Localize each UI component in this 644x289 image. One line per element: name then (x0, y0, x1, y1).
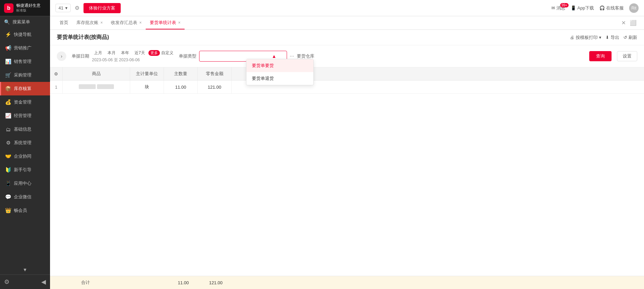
sidebar-item-inventory[interactable]: 📦 库存核算 (0, 82, 50, 95)
dropdown-item-order-return[interactable]: 要货单退货 (246, 72, 313, 85)
sidebar-item-purchase[interactable]: 🛒 采购管理 (0, 68, 50, 82)
print-template-btn[interactable]: 🖨 按模板打印 ▾ (570, 35, 601, 41)
sidebar-item-label: 营销推广 (14, 45, 31, 51)
table-row: 1 块 11.00 121.00 (50, 81, 644, 94)
app-download-btn[interactable]: 📱 App下载 (571, 5, 594, 11)
collapse-icon[interactable]: ◀ (41, 278, 46, 286)
sidebar-scroll-down[interactable]: ▼ (0, 265, 50, 274)
print-chevron-icon: ▾ (599, 35, 601, 40)
sidebar-item-base[interactable]: 🗂 基础信息 (0, 123, 50, 136)
gear-icon[interactable]: ⚙ (75, 5, 79, 11)
print-template-label: 按模板打印 (576, 35, 598, 41)
data-table: ⚙ 商品 主计量单位 主数量 零售金额 1 (50, 67, 644, 94)
marketing-icon: 📢 (5, 45, 11, 51)
goods-placeholder-2 (97, 84, 114, 89)
query-btn[interactable]: 查询 (589, 51, 612, 61)
col-settings[interactable]: ⚙ (50, 67, 63, 81)
trial-btn[interactable]: 体验行业方案 (84, 3, 121, 13)
selector-arrow-icon: ▾ (65, 5, 68, 10)
refresh-icon: ↺ (623, 35, 627, 40)
date-this-month[interactable]: 本月 (105, 49, 118, 57)
tab-inventory-batch-close[interactable]: × (100, 20, 103, 25)
close-all-tabs[interactable]: ✕ (619, 20, 628, 26)
filter-bar: › 单据日期 上月 本月 本年 近7天 更多 自定义 2023-05-06 至 … (50, 45, 644, 67)
tab-receive-summary[interactable]: 收发存汇总表 × (107, 16, 146, 29)
col-amount: 零售金额 (198, 67, 232, 81)
sidebar-item-vip[interactable]: 👑 畅会员 (0, 204, 50, 217)
sidebar-footer: ⚙ ◀ (0, 274, 50, 289)
date-more-btn[interactable]: 更多 (148, 50, 160, 56)
sidebar-menu: ⚡ 快捷导航 📢 营销推广 📊 销售管理 🛒 采购管理 📦 库存核算 💰 资金管… (0, 28, 50, 265)
purchase-icon: 🛒 (5, 72, 11, 78)
row-amount: 121.00 (198, 81, 232, 94)
search-menu-label: 搜索菜单 (13, 19, 30, 25)
tab-inventory-batch-label: 库存批次账 (76, 20, 98, 26)
date-filter-group: 单据日期 上月 本月 本年 近7天 更多 自定义 2023-05-06 至 20… (72, 49, 173, 63)
sidebar-item-label: 畅会员 (14, 207, 27, 214)
company-selector[interactable]: 41 ▾ (55, 4, 71, 12)
date-7days[interactable]: 近7天 (133, 49, 147, 57)
sidebar-item-label: 资金管理 (14, 99, 31, 105)
company-value: 41 (58, 5, 63, 10)
date-label: 单据日期 (72, 53, 89, 59)
sidebar-item-label: 企业微信 (14, 194, 31, 200)
main-area: 41 ▾ ⚙ 体验行业方案 ✉ 消息 99+ 📱 App下载 🎧 在线客服 Ri… (50, 0, 644, 289)
logo-text: 畅捷通好生意 标准版 (16, 3, 41, 13)
sidebar-item-app-center[interactable]: 📱 应用中心 (0, 177, 50, 190)
settings-icon[interactable]: ⚙ (4, 278, 9, 286)
sidebar-item-wechat[interactable]: 💬 企业微信 (0, 190, 50, 204)
export-btn[interactable]: ⬇ 导出 (605, 35, 619, 41)
sidebar-item-system[interactable]: ⚙ 系统管理 (0, 136, 50, 150)
date-this-year[interactable]: 本年 (119, 49, 131, 57)
tab-inventory-batch[interactable]: 库存批次账 × (72, 16, 107, 29)
messages-icon: ✉ (551, 5, 555, 10)
sidebar-item-enterprise[interactable]: 🤝 企业协同 (0, 150, 50, 163)
filter-more-icon[interactable]: ··· (290, 53, 294, 59)
guide-icon: 🔰 (5, 167, 11, 173)
sidebar-item-guide[interactable]: 🔰 新手引导 (0, 163, 50, 177)
sidebar-item-label: 新手引导 (14, 167, 31, 173)
app-download-label: App下载 (577, 5, 594, 11)
type-select-chevron-up-icon: ▲ (272, 53, 277, 59)
date-range-text: 2023-05-06 至 2023-06-06 (92, 57, 173, 63)
row-goods (63, 81, 130, 94)
tab-order-stats[interactable]: 要货单统计表 × (146, 16, 185, 29)
messages-btn[interactable]: ✉ 消息 99+ (551, 5, 565, 11)
avatar-text: Rit (631, 6, 637, 10)
tab-order-stats-close[interactable]: × (178, 20, 181, 25)
table-header-row: ⚙ 商品 主计量单位 主数量 零售金额 (50, 67, 644, 81)
date-prev-month[interactable]: 上月 (92, 49, 104, 57)
warehouse-label: 要货仓库 (297, 53, 314, 59)
sidebar-item-label: 快捷导航 (14, 31, 31, 38)
maximize-icon[interactable]: ⬜ (628, 20, 639, 26)
refresh-label: 刷新 (628, 35, 637, 41)
avatar[interactable]: Rit (629, 3, 639, 13)
dropdown-item-order-goods[interactable]: 要货单要货 (246, 59, 313, 72)
date-custom-btn[interactable]: 自定义 (161, 50, 173, 56)
search-menu[interactable]: 🔍 搜索菜单 (0, 16, 50, 28)
refresh-btn[interactable]: ↺ 刷新 (623, 35, 637, 41)
col-qty: 主数量 (164, 67, 198, 81)
sidebar-item-label: 企业协同 (14, 153, 31, 159)
sidebar-item-operation[interactable]: 📈 经营管理 (0, 109, 50, 123)
page-header: 要货单统计表(按商品) 🖨 按模板打印 ▾ ⬇ 导出 ↺ 刷新 (50, 30, 644, 45)
tabbar: 首页 库存批次账 × 收发存汇总表 × 要货单统计表 × ✕ ⬜ (50, 16, 644, 30)
sidebar-item-finance[interactable]: 💰 资金管理 (0, 95, 50, 109)
tab-home[interactable]: 首页 (55, 16, 72, 29)
set-btn[interactable]: 设置 (617, 51, 637, 61)
tab-receive-summary-close[interactable]: × (139, 20, 142, 25)
filter-expand-btn[interactable]: › (57, 51, 66, 61)
sidebar-item-quick-nav[interactable]: ⚡ 快捷导航 (0, 28, 50, 41)
app-center-icon: 📱 (5, 180, 11, 186)
messages-badge: 99+ (560, 3, 569, 7)
system-icon: ⚙ (5, 140, 11, 146)
sidebar-item-label: 采购管理 (14, 72, 31, 78)
sidebar-item-label: 销售管理 (14, 59, 31, 65)
sidebar-item-marketing[interactable]: 📢 营销推广 (0, 41, 50, 55)
sidebar-item-label: 基础信息 (14, 126, 31, 132)
row-qty: 11.00 (164, 81, 198, 94)
sidebar-item-sales[interactable]: 📊 销售管理 (0, 55, 50, 68)
online-service-btn[interactable]: 🎧 在线客服 (599, 5, 624, 11)
inventory-icon: 📦 (5, 86, 11, 92)
table-container: ⚙ 商品 主计量单位 主数量 零售金额 1 (50, 67, 644, 276)
